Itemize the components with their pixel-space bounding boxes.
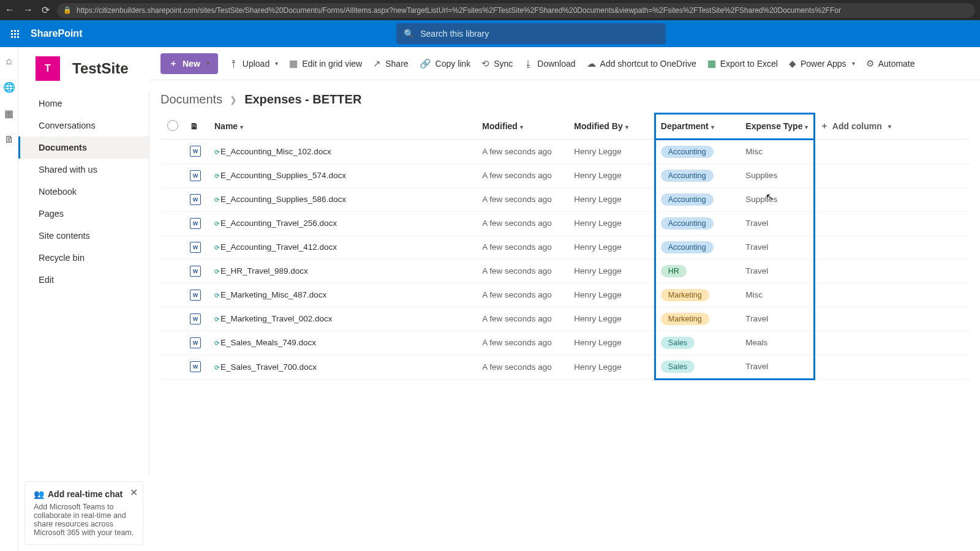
copy-link-button[interactable]: 🔗Copy link	[420, 58, 471, 69]
modified-by-header-label: Modified By	[574, 121, 622, 131]
file-name-cell[interactable]: ⟳E_Accounting_Supplies_586.docx	[209, 187, 477, 211]
row-select[interactable]	[160, 331, 185, 354]
nav-item-pages[interactable]: Pages	[18, 203, 149, 225]
nav-item-edit[interactable]: Edit	[18, 269, 149, 291]
file-name-cell[interactable]: ⟳E_Sales_Meals_749.docx	[209, 331, 477, 354]
file-name-cell[interactable]: ⟳E_Marketing_Travel_002.docx	[209, 307, 477, 331]
file-name-cell[interactable]: ⟳E_HR_Travel_989.docx	[209, 259, 477, 283]
new-label: New	[183, 59, 200, 69]
add-column-header[interactable]: ＋Add column▾	[814, 114, 969, 140]
table-row[interactable]: ⟳E_Accounting_Travel_412.docxA few secon…	[160, 235, 969, 259]
department-cell: Accounting	[655, 163, 741, 187]
row-select[interactable]	[160, 283, 185, 307]
file-name-cell[interactable]: ⟳E_Accounting_Travel_412.docx	[209, 235, 477, 259]
table-row[interactable]: ⟳E_Sales_Travel_700.docxA few seconds ag…	[160, 354, 969, 379]
new-button[interactable]: ＋ New ▾	[160, 53, 218, 74]
row-select[interactable]	[160, 235, 185, 259]
row-select[interactable]	[160, 259, 185, 283]
nav-item-documents[interactable]: Documents	[18, 137, 149, 159]
modified-by-cell: Henry Legge	[569, 163, 655, 187]
nav-item-site-contents[interactable]: Site contents	[18, 225, 149, 247]
row-select[interactable]	[160, 163, 185, 187]
table-row[interactable]: ⟳E_Marketing_Travel_002.docxA few second…	[160, 307, 969, 331]
word-icon	[190, 290, 201, 301]
site-title[interactable]: TestSite	[72, 60, 129, 77]
file-type-header[interactable]: 🗎	[185, 114, 209, 140]
automate-button[interactable]: ⚙Automate	[866, 58, 915, 69]
row-select[interactable]	[160, 187, 185, 211]
site-initial: T	[45, 63, 51, 74]
department-pill: Marketing	[661, 313, 709, 325]
modified-header[interactable]: Modified▾	[477, 114, 569, 140]
app-name[interactable]: SharePoint	[31, 28, 82, 39]
download-button[interactable]: ⭳Download	[524, 58, 575, 69]
empty-cell	[814, 235, 969, 259]
file-name-cell[interactable]: ⟳E_Accounting_Supplies_574.docx	[209, 163, 477, 187]
list-icon[interactable]: ▦	[4, 108, 13, 119]
nav-item-recycle-bin[interactable]: Recycle bin	[18, 247, 149, 269]
export-excel-button[interactable]: ▦Export to Excel	[707, 58, 778, 69]
table-row[interactable]: ⟳E_Sales_Meals_749.docxA few seconds ago…	[160, 331, 969, 354]
sync-status-icon: ⟳	[214, 340, 219, 347]
nav-item-conversations[interactable]: Conversations	[18, 114, 149, 137]
forward-icon[interactable]: →	[23, 4, 33, 16]
row-select[interactable]	[160, 307, 185, 331]
expense-type-cell: Travel	[741, 354, 814, 379]
site-logo[interactable]: T	[36, 56, 60, 81]
nav-item-shared-with-us[interactable]: Shared with us	[18, 159, 149, 181]
row-select[interactable]	[160, 139, 185, 163]
row-select[interactable]	[160, 211, 185, 235]
file-type-cell	[185, 211, 209, 235]
department-pill: Accounting	[661, 146, 714, 158]
search-box[interactable]: 🔍	[396, 23, 666, 44]
sync-button[interactable]: ⟲Sync	[481, 58, 513, 69]
select-all-header[interactable]	[160, 114, 185, 140]
reload-icon[interactable]: ⟳	[42, 4, 50, 16]
share-button[interactable]: ↗Share	[373, 58, 408, 69]
department-cell: Sales	[655, 354, 741, 379]
breadcrumb-root[interactable]: Documents	[160, 92, 222, 107]
table-row[interactable]: ⟳E_HR_Travel_989.docxA few seconds agoHe…	[160, 259, 969, 283]
department-header[interactable]: Department▾	[655, 114, 741, 140]
name-header[interactable]: Name▾	[209, 114, 477, 140]
power-apps-button[interactable]: ◆Power Apps▾	[789, 58, 855, 69]
nav-item-notebook[interactable]: Notebook	[18, 181, 149, 203]
suite-bar: SharePoint 🔍	[0, 20, 980, 47]
empty-cell	[814, 283, 969, 307]
table-row[interactable]: ⟳E_Marketing_Misc_487.docxA few seconds …	[160, 283, 969, 307]
table-row[interactable]: ⟳E_Accounting_Travel_256.docxA few secon…	[160, 211, 969, 235]
word-icon	[190, 194, 201, 205]
file-name-cell[interactable]: ⟳E_Marketing_Misc_487.docx	[209, 283, 477, 307]
modified-cell: A few seconds ago	[477, 283, 569, 307]
table-row[interactable]: ⟳E_Accounting_Misc_102.docxA few seconds…	[160, 139, 969, 163]
app-launcher-icon[interactable]	[0, 20, 29, 47]
close-icon[interactable]: ✕	[130, 487, 138, 498]
files-icon[interactable]: 🗎	[4, 134, 14, 145]
file-name-cell[interactable]: ⟳E_Accounting_Travel_256.docx	[209, 211, 477, 235]
home-icon[interactable]: ⌂	[6, 56, 12, 67]
nav-item-home[interactable]: Home	[18, 92, 149, 114]
global-icon[interactable]: 🌐	[3, 81, 15, 93]
table-row[interactable]: ⟳E_Accounting_Supplies_586.docxA few sec…	[160, 187, 969, 211]
url-bar[interactable]: 🔒 https://citizenbuilders.sharepoint.com…	[57, 3, 975, 18]
search-input[interactable]	[420, 29, 658, 39]
expense-type-header[interactable]: Expense Type▾	[741, 114, 814, 140]
file-type-cell	[185, 283, 209, 307]
file-name-cell[interactable]: ⟳E_Accounting_Misc_102.docx	[209, 139, 477, 163]
chevron-down-icon: ▾	[805, 124, 808, 130]
shortcut-button[interactable]: ☁Add shortcut to OneDrive	[587, 58, 696, 69]
row-select[interactable]	[160, 354, 185, 379]
sync-icon: ⟲	[481, 58, 489, 69]
export-label: Export to Excel	[720, 59, 778, 69]
sync-status-icon: ⟳	[214, 316, 219, 323]
modified-by-cell: Henry Legge	[569, 235, 655, 259]
upload-button[interactable]: ⭱Upload▾	[229, 58, 278, 69]
edit-grid-button[interactable]: ▦Edit in grid view	[289, 58, 362, 69]
table-row[interactable]: ⟳E_Accounting_Supplies_574.docxA few sec…	[160, 163, 969, 187]
empty-cell	[814, 259, 969, 283]
department-pill: Accounting	[661, 193, 714, 206]
file-name-cell[interactable]: ⟳E_Sales_Travel_700.docx	[209, 354, 477, 379]
modified-by-header[interactable]: Modified By▾	[569, 114, 655, 140]
back-icon[interactable]: ←	[5, 4, 15, 16]
empty-cell	[814, 331, 969, 354]
